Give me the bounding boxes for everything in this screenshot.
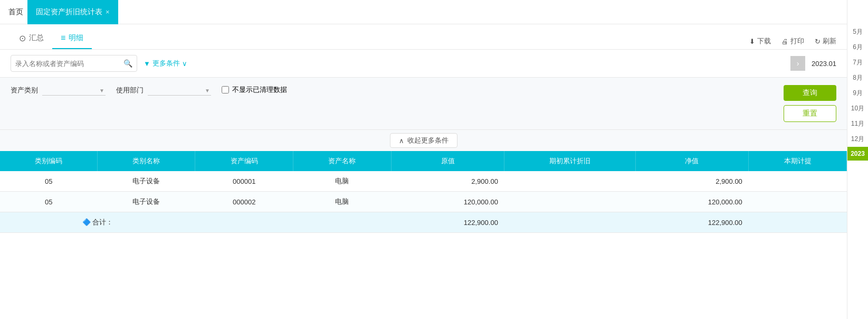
summary-icon: ⊙ xyxy=(19,33,26,43)
date-label: 2023.01 xyxy=(812,60,836,68)
chevron-down-icon: ∨ xyxy=(182,60,187,68)
cell-accumulated-depreciation xyxy=(504,171,635,192)
detail-icon: ≡ xyxy=(61,33,65,43)
cell-asset-name: 电脑 xyxy=(293,171,392,192)
no-show-cleared-group: 不显示已清理数据 xyxy=(222,85,287,95)
refresh-icon: ↻ xyxy=(815,37,821,45)
col-current-depreciation: 本期计提 xyxy=(749,151,847,171)
cell-original-value: 2,900.00 xyxy=(391,171,504,192)
asset-category-group: 资产类别 ▼ xyxy=(11,85,106,96)
cell-current-depreciation xyxy=(749,192,847,212)
table-header-row: 类别编码 类别名称 资产编码 资产名称 原值 期初累计折旧 净值 本期计提 xyxy=(0,151,847,171)
col-asset-code: 资产编码 xyxy=(195,151,293,171)
asset-category-select-wrap: ▼ xyxy=(42,85,106,96)
asset-category-label: 资产类别 xyxy=(11,86,38,95)
total-row: 🔷 合计： 122,900.00 122,900.00 xyxy=(0,212,847,233)
cell-asset-name: 电脑 xyxy=(293,192,392,212)
main-tab[interactable]: 固定资产折旧统计表 × xyxy=(27,0,118,24)
use-dept-label: 使用部门 xyxy=(116,86,144,95)
cell-current-depreciation xyxy=(749,171,847,192)
month-item[interactable]: 6月 xyxy=(851,40,864,55)
cell-asset-code: 000001 xyxy=(195,171,293,192)
collapse-label: 收起更多条件 xyxy=(407,136,449,145)
close-tab-icon[interactable]: × xyxy=(106,8,110,16)
print-icon: 🖨 xyxy=(781,37,788,45)
month-item[interactable]: 11月 xyxy=(851,116,864,132)
total-icon: 🔷 xyxy=(82,218,91,226)
collapse-icon: ∧ xyxy=(399,137,404,145)
col-original-value: 原值 xyxy=(391,151,504,171)
home-link[interactable]: 首页 xyxy=(8,7,23,17)
filter-icon: ▼ xyxy=(144,60,150,68)
more-filter-label: 更多条件 xyxy=(152,59,180,68)
use-dept-select-wrap: ▼ xyxy=(148,85,211,96)
download-icon: ⬇ xyxy=(749,37,755,45)
month-item[interactable]: 7月 xyxy=(851,55,864,70)
col-category-name: 类别名称 xyxy=(97,151,195,171)
col-category-code: 类别编码 xyxy=(0,151,97,171)
total-label: 合计： xyxy=(92,218,113,226)
no-show-cleared-checkbox[interactable] xyxy=(222,86,229,93)
reset-button[interactable]: 重置 xyxy=(784,105,836,122)
month-item[interactable]: 9月 xyxy=(851,86,864,101)
collapse-bar: ∧ 收起更多条件 xyxy=(0,130,847,151)
total-accumulated-depreciation xyxy=(504,212,635,233)
cell-category-name: 电子设备 xyxy=(97,192,195,212)
total-net-value: 122,900.00 xyxy=(635,212,749,233)
sub-nav: ⊙ 汇总 ≡ 明细 ⬇ 下载 🖨 打印 ↻ 刷新 xyxy=(0,24,847,50)
col-asset-name: 资产名称 xyxy=(293,151,392,171)
adv-filter: 资产类别 ▼ 使用部门 ▼ 不显示已清理数据 查询 重置 xyxy=(0,78,847,130)
more-filter-btn[interactable]: ▼ 更多条件 ∨ xyxy=(144,59,187,68)
month-item[interactable]: 10月 xyxy=(851,101,864,116)
tab-summary[interactable]: ⊙ 汇总 xyxy=(11,28,52,49)
cell-net-value: 120,000.00 xyxy=(635,192,749,212)
main-content: ⊙ 汇总 ≡ 明细 ⬇ 下载 🖨 打印 ↻ 刷新 🔍 xyxy=(0,24,847,319)
cell-original-value: 120,000.00 xyxy=(391,192,504,212)
use-dept-select[interactable] xyxy=(148,85,211,96)
cell-net-value: 2,900.00 xyxy=(635,171,749,192)
col-accumulated-depreciation: 期初累计折旧 xyxy=(504,151,635,171)
table-wrap: 类别编码 类别名称 资产编码 资产名称 原值 期初累计折旧 净值 本期计提 05… xyxy=(0,151,847,319)
total-original-value: 122,900.00 xyxy=(391,212,504,233)
total-asset-code xyxy=(195,212,293,233)
download-label: 下载 xyxy=(757,36,771,46)
download-btn[interactable]: ⬇ 下载 xyxy=(749,36,771,46)
year-label[interactable]: 2023 xyxy=(847,147,868,161)
use-dept-group: 使用部门 ▼ xyxy=(116,85,211,96)
data-table: 类别编码 类别名称 资产编码 资产名称 原值 期初累计折旧 净值 本期计提 05… xyxy=(0,151,847,233)
month-item[interactable]: 8月 xyxy=(851,70,864,86)
cell-category-name: 电子设备 xyxy=(97,171,195,192)
action-btns: ⬇ 下载 🖨 打印 ↻ 刷新 xyxy=(749,36,836,49)
tab-detail[interactable]: ≡ 明细 xyxy=(52,28,92,49)
collapse-button[interactable]: ∧ 收起更多条件 xyxy=(390,133,457,148)
total-icon-cell: 🔷 合计： xyxy=(0,212,195,233)
cell-category-code: 05 xyxy=(0,192,97,212)
search-input[interactable] xyxy=(15,60,123,68)
query-button[interactable]: 查询 xyxy=(784,85,836,101)
nav-arrow-btn[interactable]: › xyxy=(790,56,805,71)
top-nav: 首页 固定资产折旧统计表 × ✕ xyxy=(0,0,868,24)
tab-label: 固定资产折旧统计表 xyxy=(36,7,102,17)
print-label: 打印 xyxy=(790,36,804,46)
refresh-btn[interactable]: ↻ 刷新 xyxy=(815,36,836,46)
col-net-value: 净值 xyxy=(635,151,749,171)
month-item[interactable]: 5月 xyxy=(851,24,864,40)
total-current-depreciation xyxy=(749,212,847,233)
refresh-label: 刷新 xyxy=(823,36,836,46)
adv-btns: 查询 重置 xyxy=(784,85,836,122)
print-btn[interactable]: 🖨 打印 xyxy=(781,36,804,46)
search-wrap: 🔍 xyxy=(11,55,137,72)
table-row: 05 电子设备 000002 电脑 120,000.00 120,000.00 xyxy=(0,192,847,212)
tab-summary-label: 汇总 xyxy=(29,33,44,43)
filter-bar: 🔍 ▼ 更多条件 ∨ › 2023.01 xyxy=(0,50,847,78)
cell-accumulated-depreciation xyxy=(504,192,635,212)
tab-detail-label: 明细 xyxy=(69,33,83,43)
cell-category-code: 05 xyxy=(0,171,97,192)
search-icon: 🔍 xyxy=(123,59,132,68)
right-sidebar: 5月6月7月8月9月10月11月12月 2023 xyxy=(847,0,868,319)
asset-category-select[interactable] xyxy=(42,85,106,96)
table-row: 05 电子设备 000001 电脑 2,900.00 2,900.00 xyxy=(0,171,847,192)
month-item[interactable]: 12月 xyxy=(851,132,864,147)
cell-asset-code: 000002 xyxy=(195,192,293,212)
total-asset-name xyxy=(293,212,392,233)
